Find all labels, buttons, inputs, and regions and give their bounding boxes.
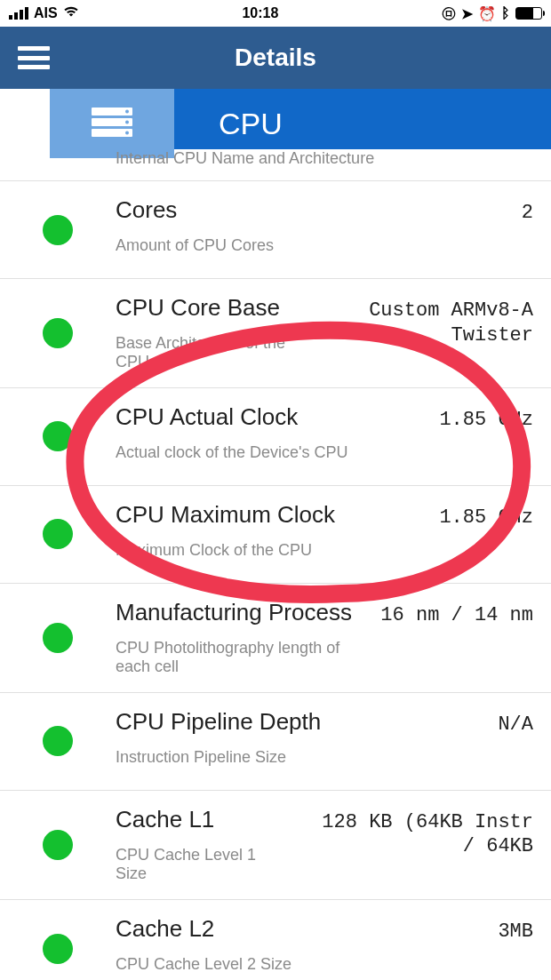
row-value: Custom ARMv8-A Twister [302, 295, 533, 347]
row-subtitle: CPU Cache Level 2 Size [116, 955, 407, 974]
wifi-icon [63, 5, 79, 21]
status-dot-icon [43, 934, 73, 964]
row-subtitle: CPU Cache Level 1 Size [116, 846, 291, 883]
row-value: 1.85 GHz [418, 404, 533, 433]
row-value: 128 KB (64KB Instr / 64KB [302, 807, 533, 859]
row-subtitle: Maximum Clock of the CPU [116, 541, 407, 560]
status-dot-icon [43, 421, 73, 451]
battery-icon [515, 7, 542, 20]
row-title: CPU Actual Clock [116, 404, 407, 431]
tab-cpu[interactable]: CPU [174, 89, 551, 158]
carrier-label: AIS [34, 5, 58, 21]
status-dot-icon [43, 623, 73, 653]
row-title: CPU Core Base [116, 295, 291, 322]
row-value: 1.85 GHz [418, 502, 533, 530]
list-item: CPU Pipeline Depth Instruction Pipeline … [0, 693, 551, 791]
hamburger-menu-button[interactable] [18, 46, 50, 69]
row-value: N/A [418, 709, 533, 737]
svg-point-5 [125, 131, 129, 135]
row-title: Cache L1 [116, 807, 291, 833]
status-left: AIS [9, 5, 79, 21]
row-title: CPU Pipeline Depth [116, 709, 407, 736]
list-item: Cache L1 CPU Cache Level 1 Size 128 KB (… [0, 791, 551, 900]
row-subtitle: Actual clock of the Device's CPU [116, 443, 407, 462]
rotation-lock-icon: ㋺ [442, 4, 456, 23]
server-icon [90, 106, 134, 141]
status-dot-icon [43, 726, 73, 756]
status-dot-icon [43, 215, 73, 245]
nav-bar: Details [0, 27, 551, 89]
row-subtitle: Base Architecture of the CPU [116, 334, 291, 371]
bluetooth-icon: ᛒ [501, 5, 510, 21]
alarm-icon: ⏰ [478, 5, 496, 22]
list-item: Cores Amount of CPU Cores 2 [0, 181, 551, 279]
row-title: Cores [116, 197, 407, 224]
tab-label: CPU [219, 107, 283, 141]
status-bar: AIS 10:18 ㋺ ➤ ⏰ ᛒ [0, 0, 551, 27]
status-dot-icon [43, 830, 73, 860]
list-item: CPU Maximum Clock Maximum Clock of the C… [0, 486, 551, 584]
row-title: Cache L2 [116, 916, 407, 943]
row-value: 16 nm / 14 nm [380, 600, 533, 628]
tab-spacer [0, 89, 50, 158]
location-icon: ➤ [461, 5, 473, 22]
details-list[interactable]: Internal CPU Name and Architecture Cores… [0, 149, 551, 980]
status-time: 10:18 [242, 5, 278, 21]
list-item: Manufacturing Process CPU Photolithograp… [0, 584, 551, 693]
list-item: Cache L2 CPU Cache Level 2 Size 3MB [0, 900, 551, 980]
svg-point-4 [125, 121, 129, 124]
row-title: Manufacturing Process [116, 600, 370, 626]
tab-bar: CPU [0, 89, 551, 158]
status-right: ㋺ ➤ ⏰ ᛒ [442, 4, 542, 23]
row-value: 2 [418, 197, 533, 226]
status-dot-icon [43, 519, 73, 549]
row-value: 3MB [418, 916, 533, 944]
list-item: CPU Core Base Base Architecture of the C… [0, 279, 551, 388]
row-subtitle: Instruction Pipeline Size [116, 748, 407, 767]
row-subtitle: CPU Photolithography length of each cell [116, 639, 370, 676]
row-title: CPU Maximum Clock [116, 502, 407, 529]
status-dot-icon [43, 318, 73, 348]
signal-icon [9, 7, 28, 20]
row-subtitle: Amount of CPU Cores [116, 236, 407, 255]
list-item: CPU Actual Clock Actual clock of the Dev… [0, 388, 551, 486]
svg-point-3 [125, 110, 129, 114]
page-title: Details [0, 44, 551, 72]
tab-cpu-icon-cell[interactable] [50, 89, 174, 158]
